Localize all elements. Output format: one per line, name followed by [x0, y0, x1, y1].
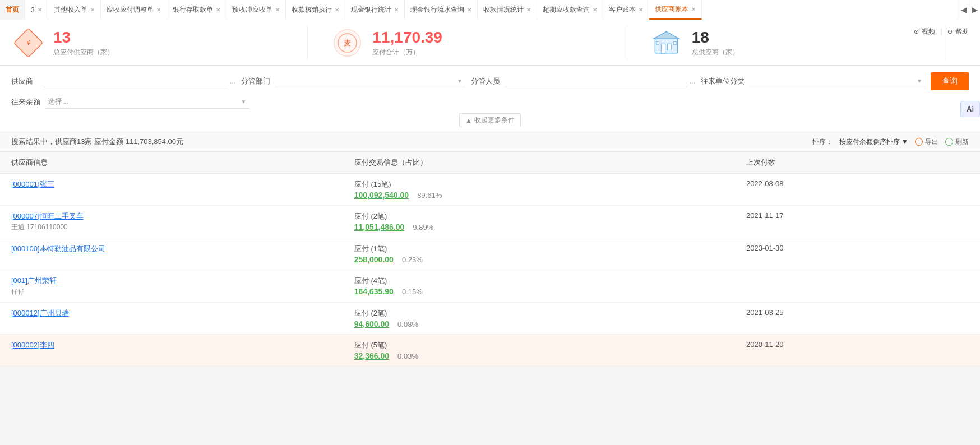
payable-amount-row: 258,000.000.23%	[354, 254, 724, 264]
stat-number-payable-suppliers: 13	[53, 28, 114, 47]
payable-amount[interactable]: 11,051,486.00	[354, 222, 405, 231]
nav-label-bank-deposit: 银行存取款单	[173, 5, 213, 15]
close-icon[interactable]: ✕	[216, 7, 220, 13]
nav-item-ar-ap-adjust[interactable]: 应收应付调整单 ✕	[101, 0, 167, 20]
balance-filter-label: 往来余额	[11, 97, 40, 107]
close-icon[interactable]: ✕	[38, 7, 42, 13]
nav-item-receipt-verify[interactable]: 收款核销执行 ✕	[286, 0, 345, 20]
supplier-link[interactable]: [000001]张三	[11, 180, 54, 188]
payable-amount[interactable]: 100,092,540.00	[354, 191, 409, 200]
last-payment-date: 2022-08-08	[746, 179, 784, 188]
close-icon[interactable]: ✕	[90, 7, 95, 13]
nav-item-receipt-stats[interactable]: 收款情况统计 ✕	[478, 0, 537, 20]
balance-select[interactable]: 选择... ▼	[45, 95, 249, 109]
ai-panel[interactable]: Ai	[960, 101, 980, 117]
filter-category: 往来单位分类 ▼	[701, 76, 925, 86]
filter-balance: 往来余额 选择... ▼	[11, 95, 249, 109]
close-icon[interactable]: ✕	[467, 7, 471, 13]
chevron-down-icon-3: ▼	[241, 99, 247, 105]
nav-label-cash-flow: 现金银行流水查询	[410, 5, 464, 15]
supplier-link[interactable]: [000012]广州贝瑞	[11, 309, 69, 317]
query-button[interactable]: 查询	[931, 72, 969, 90]
nav-item-overdue-ar[interactable]: 超期应收款查询 ✕	[537, 0, 603, 20]
supplier-filter-label: 供应商	[11, 76, 39, 86]
stat-block-payable-amount: 麦 11,170.39 应付合计（万）	[330, 26, 627, 59]
collapse-button[interactable]: ▲ 收起更多条件	[459, 113, 521, 127]
close-icon[interactable]: ✕	[526, 7, 531, 13]
stat-info-payable-suppliers: 13 总应付供应商（家）	[53, 28, 114, 58]
export-action[interactable]: 导出	[915, 137, 939, 147]
payable-amount[interactable]: 32,366.00	[354, 351, 389, 360]
payable-amount[interactable]: 164,635.90	[354, 287, 394, 296]
nav-item-other-income[interactable]: 其他收入单 ✕	[48, 0, 101, 20]
supplier-link[interactable]: [001]广州荣轩	[11, 276, 57, 285]
payable-amount[interactable]: 258,000.00	[354, 255, 394, 264]
payable-count: (2笔)	[369, 309, 387, 317]
ai-panel-label: Ai	[967, 105, 974, 113]
nav-item-advance-ar[interactable]: 预收冲应收单 ✕	[226, 0, 286, 20]
payable-amount-row: 94,600.000.08%	[354, 318, 724, 328]
nav-item-cash-flow[interactable]: 现金银行流水查询 ✕	[405, 0, 478, 20]
video-link[interactable]: 视频	[922, 27, 935, 36]
payable-cell: 应付 (15笔)100,092,540.0089.61%	[343, 174, 735, 206]
chevron-down-icon-2: ▼	[917, 78, 922, 84]
department-select[interactable]: ▼	[275, 76, 465, 86]
payable-label: 应付	[354, 309, 369, 317]
person-input[interactable]	[505, 75, 688, 87]
supplier-ellipsis[interactable]: ...	[230, 77, 235, 85]
nav-right-arrow[interactable]: ▶	[969, 0, 980, 20]
nav-item-cash-bank-stats[interactable]: 现金银行统计 ✕	[345, 0, 405, 20]
filter-supplier: 供应商 ...	[11, 75, 235, 87]
result-summary-text: 搜索结果中，供应商13家 应付金额 111,703,854.00元	[11, 137, 183, 147]
payable-label-row: 应付 (4笔)	[354, 276, 724, 286]
category-select[interactable]: ▼	[749, 76, 925, 86]
close-icon[interactable]: ✕	[394, 7, 399, 13]
supplier-link[interactable]: [000100]本特勒油品有限公司	[11, 244, 105, 253]
supplier-table: 供应商信息 应付交易信息（占比） 上次付数 [000001]张三应付 (15笔)…	[0, 152, 980, 367]
diamond-icon: ¥	[11, 26, 45, 59]
close-icon[interactable]: ✕	[275, 7, 280, 13]
sort-arrow-icon: ▼	[902, 138, 908, 146]
payable-amount[interactable]: 94,600.00	[354, 319, 389, 328]
stat-number-total-suppliers: 18	[692, 28, 739, 47]
supplier-cell: [000002]李四	[0, 335, 343, 367]
nav-item-supplier-ledger[interactable]: 供应商账本 ✕	[649, 0, 702, 20]
supplier-input[interactable]	[44, 75, 228, 87]
nav-item-bank-deposit[interactable]: 银行存取款单 ✕	[167, 0, 226, 20]
payable-label-row: 应付 (1笔)	[354, 244, 724, 254]
payable-percent: 0.15%	[402, 288, 423, 296]
payable-percent: 89.61%	[417, 191, 442, 200]
payable-percent: 0.23%	[402, 256, 423, 264]
sort-select[interactable]: 按应付余额倒序排序 ▼	[839, 137, 908, 147]
payable-count: (2笔)	[369, 212, 387, 220]
nav-label-ar-ap-adjust: 应收应付调整单	[107, 5, 154, 15]
nav-left-arrow[interactable]: ◀	[958, 0, 969, 20]
nav-item-tab3[interactable]: 3 ✕	[25, 0, 48, 20]
supplier-link[interactable]: [000002]李四	[11, 341, 54, 349]
supplier-cell: [000100]本特勒油品有限公司	[0, 238, 343, 270]
nav-label-overdue-ar: 超期应收款查询	[543, 5, 590, 15]
circle-icon-2: ⊙	[947, 28, 953, 35]
supplier-link[interactable]: [000007]恒旺二手叉车	[11, 212, 84, 220]
last-payment-cell: 2021-11-17	[735, 206, 980, 238]
person-ellipsis[interactable]: ...	[690, 77, 695, 85]
last-payment-date: 2023-01-30	[746, 244, 784, 252]
close-icon[interactable]: ✕	[335, 7, 339, 13]
close-icon[interactable]: ✕	[691, 6, 696, 12]
close-icon[interactable]: ✕	[593, 7, 597, 13]
payable-amount-row: 32,366.000.03%	[354, 350, 724, 360]
last-payment-cell	[735, 270, 980, 303]
refresh-action[interactable]: 刷新	[945, 137, 969, 147]
close-icon[interactable]: ✕	[639, 7, 643, 13]
stat-label-payable-suppliers: 总应付供应商（家）	[53, 48, 114, 57]
top-navigation: 首页 3 ✕ 其他收入单 ✕ 应收应付调整单 ✕ 银行存取款单 ✕ 预收冲应收单…	[0, 0, 980, 20]
svg-rect-7	[661, 44, 665, 53]
chevron-down-icon: ▼	[457, 78, 463, 84]
sidebar-item-home[interactable]: 首页	[0, 0, 25, 20]
stats-bar: ¥ 13 总应付供应商（家） 麦 11,170.39 应付合计（万）	[0, 20, 980, 66]
collapse-up-icon: ▲	[465, 117, 472, 124]
nav-item-customer-ledger[interactable]: 客户账本 ✕	[603, 0, 649, 20]
close-icon[interactable]: ✕	[156, 7, 161, 13]
help-link[interactable]: 帮助	[955, 27, 969, 36]
wheat-icon: 麦	[330, 26, 364, 59]
